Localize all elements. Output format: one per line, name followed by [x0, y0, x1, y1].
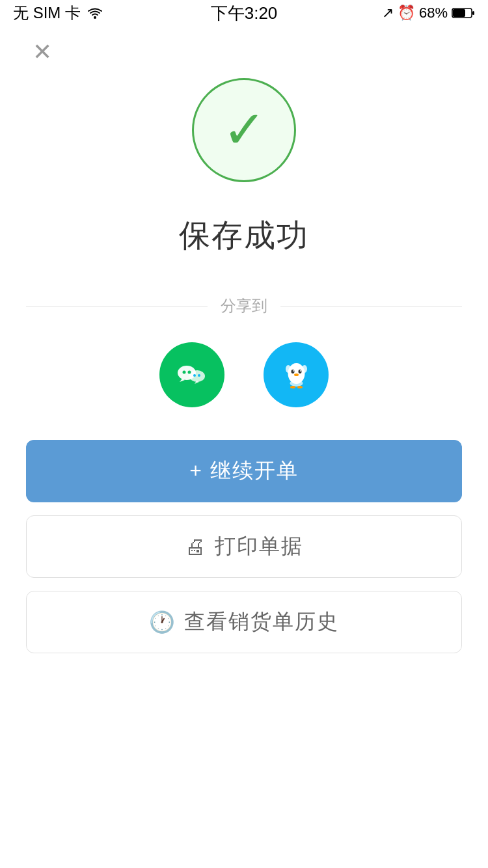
share-label: 分享到 — [221, 295, 267, 316]
share-section: 分享到 — [0, 295, 488, 407]
svg-point-12 — [291, 370, 294, 373]
wechat-share-button[interactable] — [159, 342, 224, 407]
share-icons — [26, 342, 462, 407]
success-title: 保存成功 — [179, 215, 309, 256]
location-icon: ↗ — [382, 5, 394, 21]
svg-point-18 — [302, 365, 307, 373]
svg-point-6 — [183, 371, 186, 374]
battery-icon — [452, 7, 475, 19]
svg-point-13 — [298, 370, 301, 373]
checkmark-icon: ✓ — [223, 104, 266, 156]
status-left: 无 SIM 卡 — [13, 3, 104, 23]
wifi-icon — [86, 7, 104, 20]
svg-point-0 — [94, 16, 96, 19]
sim-label: 无 SIM 卡 — [13, 3, 81, 23]
divider-right — [280, 306, 462, 306]
svg-point-9 — [198, 374, 200, 377]
svg-point-5 — [189, 370, 205, 382]
svg-point-11 — [290, 380, 303, 387]
print-button[interactable]: 🖨 打印单据 — [26, 515, 462, 578]
svg-point-19 — [290, 386, 295, 388]
print-label: 打印单据 — [215, 532, 303, 561]
main-content: ✓ 保存成功 分享到 — [0, 26, 488, 653]
action-buttons: + 继续开单 🖨 打印单据 🕐 查看销货单历史 — [0, 440, 488, 653]
alarm-icon: ⏰ — [398, 5, 415, 21]
divider-left — [26, 306, 208, 306]
svg-rect-2 — [453, 9, 465, 17]
history-icon: 🕐 — [149, 610, 176, 634]
close-icon: ✕ — [33, 38, 52, 66]
svg-point-15 — [299, 370, 301, 372]
svg-point-20 — [297, 386, 303, 388]
svg-point-16 — [294, 373, 299, 376]
qq-icon — [278, 357, 314, 393]
history-button[interactable]: 🕐 查看销货单历史 — [26, 591, 462, 653]
status-bar: 无 SIM 卡 下午3:20 ↗ ⏰ 68% — [0, 0, 488, 26]
svg-point-17 — [286, 365, 291, 373]
svg-point-8 — [193, 374, 196, 377]
continue-order-button[interactable]: + 继续开单 — [26, 440, 462, 502]
status-right: ↗ ⏰ 68% — [382, 5, 475, 21]
history-label: 查看销货单历史 — [184, 608, 339, 636]
qq-share-button[interactable] — [264, 342, 329, 407]
battery-label: 68% — [419, 5, 448, 21]
svg-rect-3 — [472, 11, 474, 15]
close-button[interactable]: ✕ — [26, 36, 59, 68]
wechat-icon — [173, 356, 211, 394]
share-divider: 分享到 — [26, 295, 462, 316]
status-time: 下午3:20 — [211, 2, 278, 25]
svg-point-7 — [188, 371, 191, 374]
success-circle: ✓ — [192, 78, 296, 182]
svg-point-14 — [292, 370, 293, 372]
print-icon: 🖨 — [185, 535, 207, 559]
